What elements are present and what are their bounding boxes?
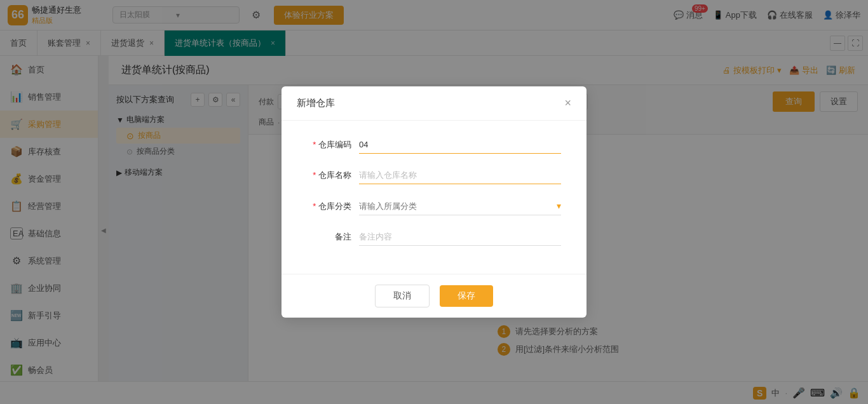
- category-dropdown-icon: ▾: [557, 201, 561, 211]
- modal-close-button[interactable]: ×: [564, 97, 571, 110]
- modal-add-warehouse: 新增仓库 × 仓库编码 仓库名称 仓库分类 ▾: [281, 86, 587, 318]
- code-label: 仓库编码: [307, 139, 351, 151]
- name-label: 仓库名称: [307, 170, 351, 181]
- form-row-name: 仓库名称: [307, 166, 561, 184]
- modal-header: 新增仓库 ×: [281, 86, 587, 121]
- category-label: 仓库分类: [307, 201, 351, 212]
- modal-footer: 取消 保存: [281, 274, 587, 318]
- note-label: 备注: [307, 231, 351, 243]
- form-row-code: 仓库编码: [307, 136, 561, 154]
- save-button[interactable]: 保存: [440, 285, 493, 307]
- cancel-button[interactable]: 取消: [375, 285, 430, 307]
- modal-overlay[interactable]: 新增仓库 × 仓库编码 仓库名称 仓库分类 ▾: [0, 0, 868, 404]
- form-row-note: 备注: [307, 228, 561, 246]
- warehouse-name-input[interactable]: [359, 166, 561, 184]
- modal-body: 仓库编码 仓库名称 仓库分类 ▾ 备注: [281, 121, 587, 274]
- modal-title: 新增仓库: [297, 97, 335, 109]
- category-select-wrapper[interactable]: ▾: [359, 197, 561, 215]
- warehouse-code-input[interactable]: [359, 136, 561, 154]
- category-select-input[interactable]: [359, 201, 557, 211]
- form-row-category: 仓库分类 ▾: [307, 197, 561, 215]
- warehouse-note-input[interactable]: [359, 228, 561, 246]
